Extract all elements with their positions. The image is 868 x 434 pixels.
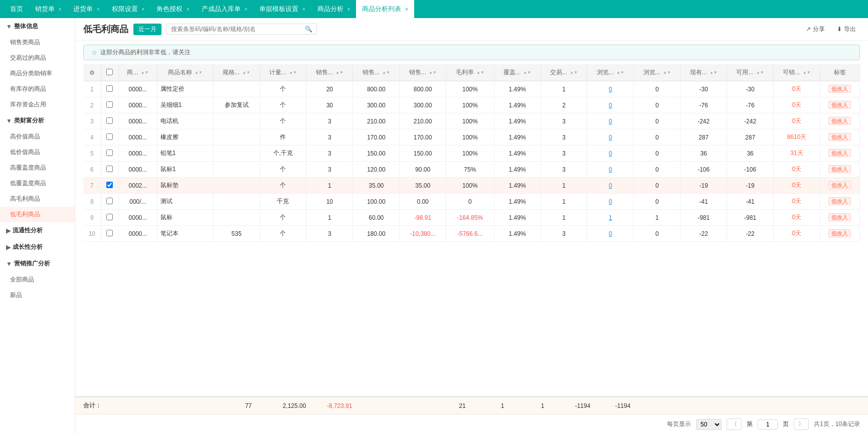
prev-page-button[interactable]: 〈 (727, 418, 742, 430)
sidebar-item-high-margin[interactable]: 高毛利商品 (0, 191, 75, 207)
nav-close-sales[interactable]: × (59, 7, 62, 12)
row-sales-profit: -10,380... (400, 226, 446, 242)
row-checkbox[interactable] (101, 129, 118, 146)
row-select-checkbox[interactable] (106, 117, 113, 124)
row-number: 2 (83, 97, 101, 113)
col-tag[interactable]: 标签 (820, 64, 859, 81)
nav-template[interactable]: 单据模板设置 × (253, 0, 311, 18)
col-spec[interactable]: 规格... ▲▼ (213, 64, 260, 81)
col-settings[interactable]: ⚙ (83, 64, 101, 81)
col-transactions[interactable]: 交易... ▲▼ (541, 64, 587, 81)
row-views1[interactable]: 0 (587, 162, 634, 178)
nav-product-entry[interactable]: 产成品入库单 × (196, 0, 253, 18)
col-sales-price[interactable]: 销售... ▲▼ (353, 64, 400, 81)
nav-close-template[interactable]: × (302, 7, 305, 12)
row-select-checkbox[interactable] (106, 150, 113, 156)
col-views2[interactable]: 浏览... ▲▼ (634, 64, 680, 81)
row-views1[interactable]: 0 (587, 178, 634, 194)
nav-close-role[interactable]: × (187, 7, 190, 12)
col-unit[interactable]: 计量... ▲▼ (260, 64, 306, 81)
row-checkbox[interactable] (101, 226, 118, 242)
row-select-checkbox[interactable] (106, 166, 113, 172)
search-input[interactable] (171, 26, 303, 33)
row-checkbox[interactable] (101, 210, 118, 226)
row-select-checkbox[interactable] (106, 182, 113, 188)
nav-role[interactable]: 角色授权 × (150, 0, 195, 18)
sidebar-item-new-products[interactable]: 新品 (0, 287, 75, 303)
col-sales-profit[interactable]: 销售... ▲▼ (400, 64, 446, 81)
page-size-select[interactable]: 50 100 200 (696, 419, 722, 430)
export-button[interactable]: ⬇ 导出 (833, 24, 860, 35)
col-coverage[interactable]: 覆盖... ▲▼ (494, 64, 541, 81)
nav-product-analysis[interactable]: 商品分析 × (311, 0, 356, 18)
col-name[interactable]: 商品名称 ▲▼ (157, 64, 213, 81)
settings-icon[interactable]: ⚙ (89, 69, 95, 76)
row-checkbox[interactable] (101, 178, 118, 194)
nav-sales[interactable]: 销货单 × (29, 0, 67, 18)
row-select-checkbox[interactable] (106, 214, 113, 220)
sidebar-item-all-products[interactable]: 全部商品 (0, 272, 75, 287)
row-tag: 低收入 (820, 178, 859, 194)
sidebar-group-growth-header[interactable]: ▶ 成长性分析 (0, 239, 75, 255)
select-all-checkbox[interactable] (106, 69, 113, 75)
col-current-stock[interactable]: 现有... ▲▼ (680, 64, 727, 81)
row-views1[interactable]: 0 (587, 194, 634, 210)
sidebar-item-low-coverage[interactable]: 低覆盖度商品 (0, 176, 75, 191)
col-gross-margin[interactable]: 毛利率 ▲▼ (446, 64, 494, 81)
sidebar-group-circulation-header[interactable]: ▶ 流通性分析 (0, 222, 75, 239)
row-views1[interactable]: 0 (587, 113, 634, 129)
sidebar-group-wealth-header[interactable]: ▼ 类财富分析 (0, 112, 75, 129)
sidebar-item-stock-products[interactable]: 有库存的商品 (0, 81, 75, 97)
nav-close-analysis-list[interactable]: × (405, 7, 408, 12)
nav-close-purchase[interactable]: × (97, 7, 100, 12)
row-views1[interactable]: 1 (587, 210, 634, 226)
row-views1[interactable]: 0 (587, 146, 634, 162)
col-sales-qty[interactable]: 销售... ▲▼ (306, 64, 353, 81)
nav-close-product[interactable]: × (245, 7, 248, 12)
sidebar-item-inventory-capital[interactable]: 库存资金占用 (0, 97, 75, 112)
sidebar-group-marketing-header[interactable]: ▼ 营销推广分析 (0, 255, 75, 272)
period-button[interactable]: 近一月 (133, 24, 161, 35)
nav-close-analysis[interactable]: × (347, 7, 350, 12)
row-select-checkbox[interactable] (106, 133, 113, 140)
row-select-checkbox[interactable] (106, 198, 113, 204)
row-code: 0000... (119, 226, 157, 242)
row-checkbox[interactable] (101, 194, 118, 210)
sidebar-item-low-value[interactable]: 低价值商品 (0, 144, 75, 160)
row-select-checkbox[interactable] (106, 101, 113, 108)
row-checkbox[interactable] (101, 146, 118, 162)
col-views1[interactable]: 浏览... ▲▼ (587, 64, 634, 81)
table-row: 10000...属性定价个20800.00800.00100%1.49%100-… (83, 81, 860, 97)
row-checkbox[interactable] (101, 81, 118, 97)
row-views1[interactable]: 0 (587, 129, 634, 146)
col-checkbox[interactable] (101, 64, 118, 81)
sidebar-item-category-sales-rate[interactable]: 商品分类助销率 (0, 66, 75, 81)
next-page-button[interactable]: 〉 (794, 418, 809, 430)
row-checkbox[interactable] (101, 113, 118, 129)
search-icon[interactable]: 🔍 (305, 26, 312, 33)
sidebar-item-traded-products[interactable]: 交易过的商品 (0, 50, 75, 66)
nav-purchase[interactable]: 进货单 × (67, 0, 105, 18)
sidebar-item-high-value[interactable]: 高价值商品 (0, 129, 75, 144)
sidebar-item-low-margin[interactable]: 低毛利商品 (0, 207, 75, 222)
nav-product-analysis-list[interactable]: 商品分析列表 × (356, 0, 414, 18)
row-checkbox[interactable] (101, 162, 118, 178)
nav-home[interactable]: 首页 (4, 0, 29, 18)
col-code[interactable]: 商... ▲▼ (119, 64, 157, 81)
row-views1[interactable]: 0 (587, 226, 634, 242)
row-views1[interactable]: 0 (587, 81, 634, 97)
share-button[interactable]: ↗ 分享 (802, 24, 829, 35)
nav-close-permission[interactable]: × (142, 7, 145, 12)
row-views1[interactable]: 0 (587, 97, 634, 113)
col-saleable[interactable]: 可销... ▲▼ (774, 64, 820, 81)
sidebar-group-overall-header[interactable]: ▼ 整体信息 (0, 18, 75, 35)
page-number-input[interactable] (758, 419, 778, 429)
sidebar-item-sales-products[interactable]: 销售类商品 (0, 35, 75, 50)
col-available[interactable]: 可用... ▲▼ (727, 64, 774, 81)
row-checkbox[interactable] (101, 97, 118, 113)
row-select-checkbox[interactable] (106, 230, 113, 236)
row-select-checkbox[interactable] (106, 85, 113, 92)
sidebar-item-high-coverage[interactable]: 高覆盖度商品 (0, 160, 75, 176)
nav-permission[interactable]: 权限设置 × (106, 0, 150, 18)
row-coverage: 1.49% (494, 162, 541, 178)
